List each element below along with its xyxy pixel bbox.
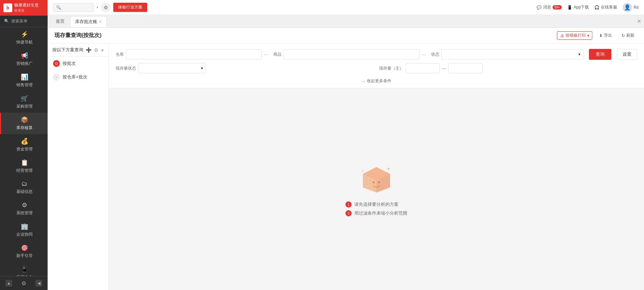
top-bar-left: 🔍 ▾ ⚙ 体验行业方案	[53, 3, 532, 12]
filter-row-1: 仓库 ··· 商品 ··· 状态 ▾	[116, 49, 637, 60]
filter-settings-btn[interactable]: ⊙	[94, 47, 98, 53]
inventory-status-select[interactable]: ▾	[138, 63, 206, 73]
messages-btn[interactable]: 💬 消息 99+	[537, 4, 562, 10]
print-dropdown-arrow[interactable]: ▾	[587, 33, 589, 38]
sidebar-item-guide[interactable]: 🎯 新手引导	[0, 241, 48, 262]
step-2-circle: 2	[345, 210, 352, 216]
sidebar-item-enterprise[interactable]: 🏢 企业协同	[0, 219, 48, 241]
search-icon: 🔍	[56, 5, 61, 10]
filter-add-btn[interactable]: ➕	[86, 47, 91, 53]
svg-text:✦: ✦	[361, 169, 364, 173]
search-dropdown-arrow[interactable]: ▾	[97, 5, 98, 9]
print-btn[interactable]: 🖨 按模板打印 ▾	[557, 31, 592, 40]
product-input[interactable]	[284, 49, 420, 59]
sidebar-item-label: 基础信息	[16, 189, 33, 195]
purchase-icon: 🛒	[21, 95, 28, 102]
search-icon: 🔍	[4, 19, 9, 23]
settings-footer-btn[interactable]: ⚙	[21, 280, 26, 287]
enterprise-icon: 🏢	[21, 223, 28, 230]
filter-collapse-btn[interactable]: «	[101, 47, 104, 53]
sidebar-item-purchase[interactable]: 🛒 采购管理	[0, 91, 48, 113]
quick-nav-icon: ⚡	[21, 31, 28, 38]
sidebar-item-quick-nav[interactable]: ⚡ 快捷导航	[0, 27, 48, 49]
inventory-qty-to-input[interactable]	[448, 63, 482, 73]
sidebar-item-basic[interactable]: 🗂 基础信息	[0, 177, 48, 198]
tab-close-btn[interactable]: ×	[99, 19, 102, 24]
system-icon: ⚙	[22, 201, 27, 209]
sidebar-item-apps[interactable]: 📱 应用中心	[0, 262, 48, 276]
top-search-input[interactable]	[63, 5, 90, 10]
sidebar-item-system[interactable]: ⚙ 系统管理	[0, 198, 48, 219]
product-more-btn[interactable]: ···	[422, 52, 426, 57]
sidebar-item-operation[interactable]: 📋 经营管理	[0, 156, 48, 177]
app-download-btn[interactable]: 📱 App下载	[567, 4, 589, 10]
filter-panel-title: 按以下方案查询	[52, 47, 83, 53]
inventory-status-field: 现存量状态 ▾	[116, 63, 374, 73]
messages-icon: 💬	[537, 5, 542, 10]
empty-state: ✦ ✦ 1 请先选择要分析的方案 2 用过滤条件来缩小分析范围	[109, 88, 644, 290]
top-bar-right: 💬 消息 99+ 📱 App下载 🎧 在线客服 👤 Rit	[537, 3, 639, 12]
qty-separator: —	[442, 66, 446, 71]
filter-item-icon-inactive: ○	[53, 74, 60, 80]
filter-row-2: 现存量状态 ▾ 现存量（主） —	[116, 63, 637, 73]
experience-btn[interactable]: 体验行业方案	[113, 3, 147, 12]
filter-item-by-batch[interactable]: ⊙ 按批次	[48, 57, 108, 70]
sidebar-footer: ▲ ⚙ ◀	[0, 276, 48, 290]
sidebar-item-sales[interactable]: 📊 销售管理	[0, 70, 48, 91]
tab-panel-close-btn[interactable]: ✕	[637, 18, 641, 24]
phone-icon: 📱	[567, 5, 572, 10]
step-1-circle: 1	[345, 201, 352, 207]
top-search-box[interactable]: 🔍	[53, 3, 94, 12]
inventory-qty-from-input[interactable]	[406, 63, 440, 73]
status-select[interactable]: ▾	[441, 49, 583, 59]
sidebar-item-marketing[interactable]: 📢 营销推广	[0, 49, 48, 70]
filter-item-icon-active: ⊙	[53, 60, 60, 67]
sidebar-item-label: 采购管理	[16, 104, 33, 109]
settings-btn[interactable]: 设置	[617, 49, 637, 60]
empty-state-illustration: ✦ ✦	[356, 162, 397, 196]
sidebar-item-finance[interactable]: 💰 资金管理	[0, 134, 48, 156]
top-settings-btn[interactable]: ⚙	[101, 3, 111, 12]
filter-item-label: 按仓库+批次	[63, 74, 87, 80]
svg-text:✦: ✦	[387, 166, 391, 171]
empty-step-2: 2 用过滤条件来缩小分析范围	[345, 210, 407, 216]
tab-bar: 首页 库存批次账 × ✕	[48, 15, 644, 28]
warehouse-more-btn[interactable]: ···	[264, 52, 268, 57]
refresh-icon: ↻	[622, 33, 625, 38]
user-profile-btn[interactable]: 👤 Rit	[623, 3, 639, 12]
warehouse-field: 仓库 ···	[116, 49, 268, 59]
user-avatar: 👤	[623, 3, 632, 12]
sidebar-item-label: 销售管理	[16, 82, 33, 88]
app-download-label: App下载	[574, 4, 589, 10]
step-2-text: 用过滤条件来缩小分析范围	[354, 210, 407, 216]
sidebar-search[interactable]: 🔍 搜索菜单	[0, 16, 48, 27]
status-field: 状态 ▾	[431, 49, 583, 59]
avatar-placeholder: 👤	[624, 4, 631, 11]
warehouse-input[interactable]	[126, 49, 262, 59]
tab-home[interactable]: 首页	[50, 16, 70, 26]
sales-icon: 📊	[21, 73, 28, 81]
query-btn[interactable]: 查询	[589, 49, 611, 60]
operation-icon: 📋	[21, 159, 28, 166]
svg-point-4	[373, 181, 375, 183]
scroll-down-btn[interactable]: ◀	[35, 280, 42, 287]
app-edition: 标准版	[14, 8, 39, 13]
top-bar: 🔍 ▾ ⚙ 体验行业方案 💬 消息 99+ 📱 App下载 🎧 在线客服	[48, 0, 644, 15]
page-title: 现存量查询(按批次)	[54, 32, 102, 39]
online-support-btn[interactable]: 🎧 在线客服	[594, 4, 617, 10]
product-label: 商品	[273, 52, 282, 57]
sidebar-item-label: 新手引导	[16, 253, 33, 259]
sidebar-item-label: 系统管理	[16, 210, 33, 216]
messages-label: 消息	[543, 4, 551, 10]
collapse-more-btn[interactable]: ︿ 收起更多条件	[116, 77, 637, 85]
sidebar: b 畅康通好生意 标准版 🔍 搜索菜单 ⚡ 快捷导航 📢 营销推广 📊 销售管理…	[0, 0, 48, 290]
inventory-status-arrow: ▾	[201, 66, 203, 71]
sidebar-item-label: 库存核算	[16, 125, 33, 131]
sidebar-item-inventory[interactable]: 📦 库存核算	[0, 113, 48, 134]
scroll-up-btn[interactable]: ▲	[5, 280, 12, 287]
filter-item-by-warehouse-batch[interactable]: ○ 按仓库+批次	[48, 70, 108, 84]
export-btn[interactable]: ⬇ 导出	[596, 31, 615, 40]
refresh-btn[interactable]: ↻ 刷新	[619, 31, 637, 40]
inventory-status-label: 现存量状态	[116, 66, 136, 71]
tab-inventory-batch[interactable]: 库存批次账 ×	[70, 16, 107, 27]
